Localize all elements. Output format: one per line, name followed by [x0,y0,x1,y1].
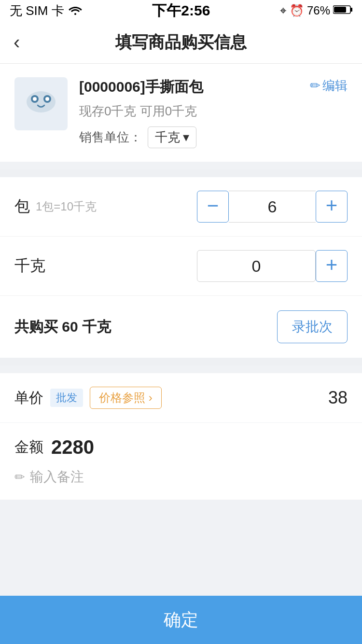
price-row: 单价 批发 价格参照 › 38 [14,387,348,409]
page-title: 填写商品购买信息 [115,31,247,54]
back-button[interactable]: ‹ [14,31,20,53]
svg-point-6 [33,97,37,101]
price-value: 38 [328,388,348,408]
unit-selector[interactable]: 千克 ▾ [148,126,196,148]
product-unit-row: 销售单位： 千克 ▾ [79,126,348,148]
plus-button-kg[interactable]: + [316,250,348,282]
product-info: [0000006]手撕面包 ✏ 编辑 现存0千克 可用0千克 销售单位： 千克 … [79,77,348,148]
summary-text: 共购买 60 千克 [14,317,111,337]
summary-prefix: 共购买 [14,319,62,335]
amount-section: 金额 2280 ✏ 输入备注 [0,423,362,500]
svg-point-7 [45,97,49,101]
product-logo-icon [24,88,58,120]
status-bar: 无 SIM 卡 下午2:56 ⌖ ⏰ 76% [0,0,362,21]
edit-button[interactable]: ✏ 编辑 [310,77,348,94]
unit-value: 千克 [155,129,180,146]
price-reference-button[interactable]: 价格参照 › [90,387,162,409]
summary-row: 共购买 60 千克 录批次 [0,296,362,358]
no-sim-text: 无 SIM 卡 [10,2,64,19]
quantity-label-kg: 千克 [14,255,45,277]
note-row[interactable]: ✏ 输入备注 [14,468,348,486]
edit-icon: ✏ [310,78,320,93]
product-name: [0000006]手撕面包 [79,77,203,97]
kg-label: 千克 [14,255,45,277]
plus-button-bag[interactable]: + [316,191,348,223]
status-right: ⌖ ⏰ 76% [280,4,352,17]
dropdown-icon: ▾ [183,130,189,145]
product-thumbnail [14,77,68,130]
amount-row: 金额 2280 [14,436,348,458]
minus-button-bag[interactable]: − [197,191,229,223]
svg-point-3 [27,91,56,112]
wifi-icon [68,3,83,18]
location-icon: ⌖ [280,4,287,17]
price-label: 单价 批发 价格参照 › [14,387,162,409]
price-section: 单价 批发 价格参照 › 38 [0,373,362,422]
amount-value: 2280 [51,436,94,458]
status-time: 下午2:56 [152,1,210,21]
product-stock: 现存0千克 可用0千克 [79,103,348,120]
price-badge: 批发 [50,389,83,407]
edit-label: 编辑 [322,77,348,94]
confirm-button-text: 确定 [164,608,198,632]
record-batch-button[interactable]: 录批次 [277,310,348,343]
quantity-label-bag: 包 1包=10千克 [14,196,97,217]
product-card: [0000006]手撕面包 ✏ 编辑 现存0千克 可用0千克 销售单位： 千克 … [0,64,362,162]
separator-1 [0,169,362,177]
quantity-control-bag: − + [197,191,348,223]
main-content: [0000006]手撕面包 ✏ 编辑 现存0千克 可用0千克 销售单位： 千克 … [0,64,362,596]
quantity-control-kg: + [197,250,348,282]
pencil-icon: ✏ [14,470,25,485]
bag-hint: 1包=10千克 [36,199,97,214]
bag-label: 包 [14,196,30,217]
quantity-section: 包 1包=10千克 − + 千克 + [0,177,362,296]
nav-bar: ‹ 填写商品购买信息 [0,21,362,64]
status-left: 无 SIM 卡 [10,2,83,19]
battery-text: 76% [307,4,330,17]
battery-icon [333,4,352,17]
quantity-row-bag: 包 1包=10千克 − + [0,177,362,237]
note-placeholder: 输入备注 [30,468,84,486]
confirm-bar[interactable]: 确定 [0,596,362,644]
separator-2 [0,358,362,365]
product-header: [0000006]手撕面包 ✏ 编辑 [79,77,348,97]
quantity-input-kg[interactable] [197,250,316,282]
price-text: 单价 [14,388,43,408]
svg-rect-1 [350,8,352,12]
alarm-icon: ⏰ [290,4,304,17]
summary-unit: 千克 [78,319,111,335]
summary-amount: 60 [62,319,78,335]
svg-rect-2 [334,7,346,13]
quantity-row-kg: 千克 + [0,237,362,296]
unit-label: 销售单位： [79,129,142,146]
amount-label: 金额 [14,437,43,457]
quantity-input-bag[interactable] [229,191,316,223]
